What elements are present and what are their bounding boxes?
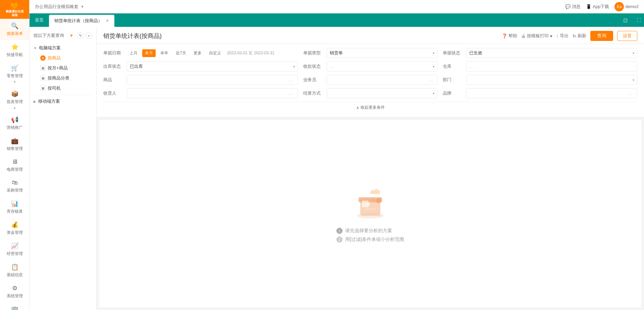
sidebar-item-quick-nav[interactable]: ⭐ 快捷导航 [0,40,30,61]
message-action[interactable]: 💬 消息 [565,4,581,10]
tab-close-icon[interactable]: ✕ [106,18,109,23]
doc-type-select[interactable]: 销货单 ▾ [327,48,437,58]
brand-select[interactable]: … [466,88,637,98]
step-2-text: 用[过滤]条件来缩小分析范围 [345,237,404,243]
scheme-by-product[interactable]: 按 按商品 [30,53,96,63]
sidebar-item-enterprise[interactable]: 🏢 企业协同 [0,302,30,310]
doc-status-select[interactable]: 已生效 ▾ [466,48,637,58]
app-download-action[interactable]: 📱 App下载 [586,4,609,10]
sidebar-item-wholesale[interactable]: 📦 批发管理 ▲ [0,87,30,113]
page-title: 销货单统计表(按商品) [103,32,162,40]
sidebar-item-label: 零售管理 [7,73,23,79]
app-logo: 🧡 畅捷通好生意 标版 [0,0,30,19]
sidebar: 🧡 畅捷通好生意 标版 🔍 搜索菜单 ⭐ 快捷导航 🛒 零售管理 ▼ 📦 批发管… [0,0,30,310]
scheme-by-month-product[interactable]: ▦ 按月+商品 [30,63,96,73]
print-dropdown-icon: ▾ [550,34,552,39]
filter-salesperson: 业务员 … [303,75,437,85]
tab-home[interactable]: 首页 [30,13,49,27]
brand-label: 品牌 [443,90,466,96]
tab-expand-btn[interactable]: ⊡ [619,13,632,27]
sidebar-item-label: 快捷导航 [7,52,23,58]
brand-dots[interactable]: … [626,90,634,96]
collapse-panel-btn[interactable]: « [86,32,92,39]
product-select[interactable]: … [127,75,298,85]
salesperson-label: 业务员 [303,77,327,83]
sidebar-item-label: 库存核算 [7,209,23,214]
sidebar-item-retail[interactable]: 🛒 零售管理 ▼ [0,61,30,87]
sidebar-item-marketing[interactable]: 📢 营销推广 [0,113,30,134]
step-2-num: 2 [336,237,342,243]
warehouse-status-select[interactable]: 已出库 ▾ [127,61,298,71]
settings-button[interactable]: 设置 [617,31,637,41]
desktop-scheme-label: 电脑端方案 [39,45,61,51]
query-button[interactable]: 查询 [590,31,613,41]
warehouse-select[interactable]: … [466,61,637,71]
department-select[interactable]: ▾ [466,75,637,85]
mobile-scheme-parent[interactable]: ▶ 移动端方案 [30,96,96,106]
date-more-btn[interactable]: 更多 [191,49,204,57]
sidebar-item-inventory[interactable]: 📊 库存核算 [0,197,30,218]
collapse-filter-btn[interactable]: ∧ 收起更多条件 [103,102,637,113]
scheme-by-product-category[interactable]: ▦ 按商品分类 [30,73,96,83]
payment-status-select[interactable]: … ▾ [327,61,437,71]
sidebar-item-finance[interactable]: 💰 资金管理 [0,218,30,239]
consignee-select[interactable]: … [127,88,298,98]
sidebar-item-sales[interactable]: 💼 销售管理 [0,134,30,155]
department-label: 部门 [443,77,466,83]
filter-row-1: 单据日期 上月 本月 本年 近7天 更多 自定义 2023-03-01 至 20… [103,48,637,58]
dropdown-icon[interactable]: ▾ [81,4,84,9]
scheme-by-cashier[interactable]: ▦ 按司机 [30,83,96,93]
consignee-dots[interactable]: … [287,90,295,96]
sidebar-item-basic[interactable]: 📋 基础信息 [0,260,30,281]
template-print-label: 按模板打印 [527,33,549,39]
user-action[interactable]: Ea demo2 [614,2,639,11]
sidebar-item-operations[interactable]: 📈 经营管理 [0,239,30,260]
export-btn[interactable]: ↑ 导出 [556,33,569,39]
doc-type-label: 单据类型 [303,50,327,56]
filter-area: 单据日期 上月 本月 本年 近7天 更多 自定义 2023-03-01 至 20… [97,44,644,117]
date-this-year-btn[interactable]: 本年 [158,49,171,57]
sidebar-item-label: 电商管理 [7,167,23,172]
refresh-btn[interactable]: ↻ 刷新 [573,33,586,39]
date-control: 上月 本月 本年 近7天 更多 自定义 2023-03-01 至 2023-03… [127,49,298,57]
sidebar-item-label: 搜索菜单 [7,31,23,37]
empty-steps-list: 1 请先选择要分析的方案 2 用[过滤]条件来缩小分析范围 [336,228,404,245]
date-custom-btn[interactable]: 自定义 [206,49,224,57]
left-panel-header: 按以下方案查询 + ✎ « [30,30,96,42]
product-dots[interactable]: … [287,77,295,83]
settlement-select[interactable]: ▾ [327,88,437,98]
filter-payment-status: 收款状态 … ▾ [303,61,437,71]
basic-icon: 📋 [11,263,18,271]
date-7days-btn[interactable]: 近7天 [173,49,189,57]
scheme-by-product-label: 按商品 [48,55,61,61]
sidebar-item-search[interactable]: 🔍 搜索菜单 [0,19,30,40]
add-scheme-btn[interactable]: + [68,32,75,39]
sidebar-item-ecommerce[interactable]: 🖥 电商管理 [0,155,30,176]
tab-sales-stats[interactable]: 销货单统计表（按商品） ✕ [49,15,114,27]
tab-fullscreen-btn[interactable]: ⛶ [633,13,644,27]
sidebar-item-purchase[interactable]: 🛍 采购管理 [0,176,30,197]
right-panel: 销货单统计表(按商品) ❓ 帮助 🖨 按模板打印 ▾ ↑ 导出 [97,27,644,310]
avatar: Ea [614,2,624,11]
filter-doc-status: 单据状态 已生效 ▾ [443,48,637,58]
filter-warehouse-status: 出库状态 已出库 ▾ [103,61,298,71]
salesperson-dots[interactable]: … [426,77,434,83]
refresh-label: 刷新 [578,33,586,39]
sidebar-item-label: 基础信息 [7,272,23,278]
refresh-icon: ↻ [573,34,576,39]
sidebar-item-system[interactable]: ⚙ 系统管理 [0,281,30,302]
header-left: 办公用品行业模拟账套 ▾ [35,4,84,10]
date-last-month-btn[interactable]: 上月 [127,49,140,57]
template-print-btn[interactable]: 🖨 按模板打印 ▾ [521,33,552,39]
help-btn[interactable]: ❓ 帮助 [502,33,517,39]
step-1-text: 请先选择要分析的方案 [345,228,392,234]
date-this-month-btn[interactable]: 本月 [142,49,156,57]
date-label: 单据日期 [103,50,127,56]
salesperson-select[interactable]: … [327,75,437,85]
desktop-scheme-parent[interactable]: ▼ 电脑端方案 [30,43,96,53]
edit-scheme-btn[interactable]: ✎ [77,32,84,39]
operations-icon: 📈 [11,242,18,250]
filter-department: 部门 ▾ [443,75,637,85]
header-right: 💬 消息 📱 App下载 Ea demo2 [565,2,639,11]
sidebar-item-label: 资金管理 [7,230,23,236]
